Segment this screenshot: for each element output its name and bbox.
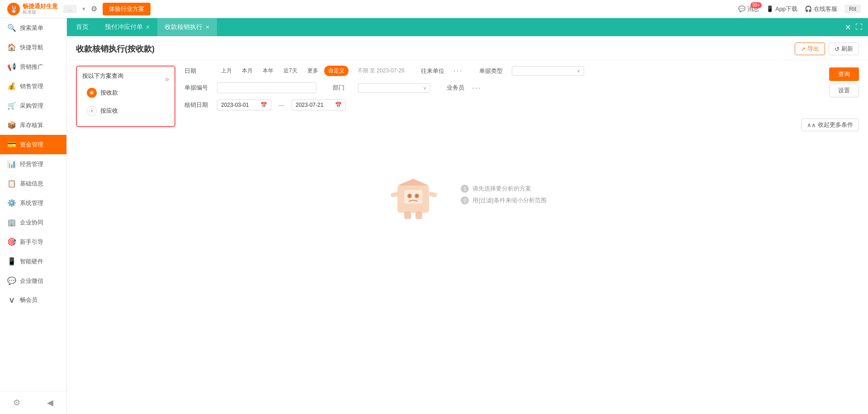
collapse-more-button[interactable]: ∧∧ 收起更多条件 <box>801 119 859 131</box>
sidebar-item-hardware[interactable]: 📱 智能硬件 <box>0 252 66 271</box>
partner-label: 往来单位 <box>421 67 446 75</box>
sidebar-label: 库存核算 <box>20 121 43 129</box>
gear-icon[interactable]: ⚙ <box>91 5 97 13</box>
date-no-limit: 不限 至 2023-07-26 <box>358 67 405 75</box>
app-download-button[interactable]: 📱 App下载 <box>766 5 797 13</box>
refresh-icon: ↺ <box>835 46 840 52</box>
empty-state: 1 请先选择要分析的方案 2 用[过滤]条件来缩小分析范围 <box>67 140 868 249</box>
tab-home[interactable]: 首页 <box>67 18 98 36</box>
tab-collection[interactable]: 收款核销执行 ✕ <box>157 18 217 36</box>
sidebar-bottom: ⚙ ◀ <box>0 391 66 414</box>
doc-type-select[interactable]: ∨ <box>512 66 584 76</box>
verify-date-end[interactable]: 2023-07-21 📅 <box>292 100 346 110</box>
partner-selector[interactable]: ··· <box>453 66 463 76</box>
filter-row-verify-date: 核销日期 2023-03-01 📅 — 2023-07-21 📅 <box>184 100 820 110</box>
sidebar-item-enterprise[interactable]: 🏢 企业协同 <box>0 213 66 232</box>
verify-date-start[interactable]: 2023-03-01 📅 <box>217 100 271 110</box>
svg-point-6 <box>409 195 410 197</box>
tab-close-icon[interactable]: ✕ <box>845 23 851 32</box>
page-actions: ↗ 导出 ↺ 刷新 <box>795 43 859 55</box>
message-icon: 💬 <box>738 5 745 12</box>
sidebar-item-marketing[interactable]: 📢 营销推广 <box>0 57 66 76</box>
sidebar: 🔍 搜索菜单 🏠 快捷导航 📢 营销推广 💰 销售管理 🛒 采购管理 📦 库存核… <box>0 18 67 414</box>
sidebar-item-wechat[interactable]: 💬 企业微信 <box>0 271 66 290</box>
collapse-sidebar-icon[interactable]: ◀ <box>44 395 56 410</box>
message-button[interactable]: 💬 消息 99+ <box>738 5 759 13</box>
breadcrumb[interactable]: ... <box>63 5 77 13</box>
user-menu[interactable]: Rit <box>844 5 861 13</box>
top-bar: 🐰 畅捷通好生意 标准版 ... ▾ ⚙ 体验行业方案 💬 消息 99+ 📱 A… <box>0 0 868 18</box>
date-this-month[interactable]: 本月 <box>238 66 257 76</box>
chevron-down-icon: ∨ <box>577 68 580 73</box>
query-buttons: 查询 设置 <box>829 66 859 97</box>
sidebar-label: 企业协同 <box>20 219 43 227</box>
doc-no-input[interactable] <box>217 82 316 93</box>
date-custom[interactable]: 自定义 <box>324 66 349 76</box>
dept-select[interactable]: ∨ <box>358 83 430 93</box>
sidebar-item-system[interactable]: ⚙️ 系统管理 <box>0 193 66 213</box>
sidebar-item-finance[interactable]: 💳 资金管理 <box>0 135 66 154</box>
calendar-icon: 📅 <box>335 102 342 108</box>
sidebar-item-basic[interactable]: 📋 基础信息 <box>0 174 66 193</box>
tab-expand-icon[interactable]: ⛶ <box>855 23 863 31</box>
sidebar-item-search-menu[interactable]: 🔍 搜索菜单 <box>0 18 66 38</box>
sidebar-item-sales[interactable]: 💰 销售管理 <box>0 76 66 96</box>
filter-left-panel: 按以下方案查询 » 按收款 <box>76 66 175 135</box>
sidebar-label: 企业微信 <box>20 277 43 285</box>
empty-illustration <box>388 167 443 222</box>
receivable-icon <box>87 106 97 116</box>
filter-panel-title: 按以下方案查询 <box>82 72 123 80</box>
page-header: 收款核销执行(按收款) ↗ 导出 ↺ 刷新 <box>67 36 868 60</box>
sidebar-label: 畅会员 <box>20 296 38 304</box>
chevron-up-icon: ∧∧ <box>807 122 816 128</box>
sidebar-label: 采购管理 <box>20 102 43 110</box>
sidebar-item-guide[interactable]: 🎯 新手引导 <box>0 232 66 252</box>
sidebar-label: 经营管理 <box>20 160 43 168</box>
sidebar-item-operation[interactable]: 📊 经营管理 <box>0 154 66 174</box>
date-separator: — <box>278 102 284 109</box>
sidebar-item-member[interactable]: V 畅会员 <box>0 290 66 309</box>
filter-section: 按以下方案查询 » 按收款 <box>67 60 868 140</box>
staff-selector[interactable]: ··· <box>472 83 481 93</box>
date-label: 日期 <box>184 67 210 75</box>
app-icon: 📱 <box>766 5 774 12</box>
calendar-icon: 📅 <box>260 102 267 108</box>
svg-point-7 <box>416 195 418 197</box>
empty-text: 1 请先选择要分析的方案 2 用[过滤]条件来缩小分析范围 <box>461 185 546 205</box>
query-button[interactable]: 查询 <box>829 67 859 81</box>
sidebar-label: 搜索菜单 <box>20 24 43 32</box>
chevron-down-icon[interactable]: ▾ <box>82 5 85 12</box>
sidebar-label: 资金管理 <box>20 141 43 149</box>
doc-no-label: 单据编号 <box>184 84 210 92</box>
date-last-7-days[interactable]: 近7天 <box>279 66 302 76</box>
app-sub: 标准版 <box>23 10 58 15</box>
page-content: 收款核销执行(按收款) ↗ 导出 ↺ 刷新 <box>67 36 868 414</box>
marketing-icon: 📢 <box>7 62 16 71</box>
refresh-button[interactable]: ↺ 刷新 <box>829 43 859 55</box>
chevron-down-icon: ∨ <box>423 86 426 90</box>
basic-icon: 📋 <box>7 179 16 188</box>
export-button[interactable]: ↗ 导出 <box>795 43 825 55</box>
filter-option-by-receivable[interactable]: 按应收 <box>82 103 169 119</box>
settings-button[interactable]: 设置 <box>829 84 859 97</box>
page-title: 收款核销执行(按收款) <box>76 43 155 54</box>
tab-prepay-close[interactable]: ✕ <box>146 24 150 30</box>
sidebar-item-quick-nav[interactable]: 🏠 快捷导航 <box>0 38 66 57</box>
date-more[interactable]: 更多 <box>303 66 322 76</box>
sidebar-label: 快捷导航 <box>20 43 43 52</box>
settings-bottom-icon[interactable]: ⚙ <box>10 395 23 410</box>
date-last-month[interactable]: 上月 <box>217 66 236 76</box>
export-icon: ↗ <box>801 46 806 52</box>
sidebar-item-purchase[interactable]: 🛒 采购管理 <box>0 96 66 115</box>
date-this-year[interactable]: 本年 <box>259 66 278 76</box>
quick-nav-icon: 🏠 <box>7 43 16 52</box>
filter-row-date: 日期 上月 本月 本年 近7天 更多 自定义 不限 至 2023-07-26 <box>184 66 820 76</box>
solution-button[interactable]: 体验行业方案 <box>103 3 151 15</box>
service-button[interactable]: 🎧 在线客服 <box>805 5 837 13</box>
tab-collection-close[interactable]: ✕ <box>205 24 210 30</box>
filter-panel-collapse[interactable]: » <box>165 73 169 83</box>
filter-option-by-receipt[interactable]: 按收款 <box>82 85 169 101</box>
sidebar-item-inventory[interactable]: 📦 库存核算 <box>0 115 66 135</box>
tab-prepay[interactable]: 预付冲应付单 ✕ <box>98 18 157 36</box>
enterprise-icon: 🏢 <box>7 218 16 227</box>
